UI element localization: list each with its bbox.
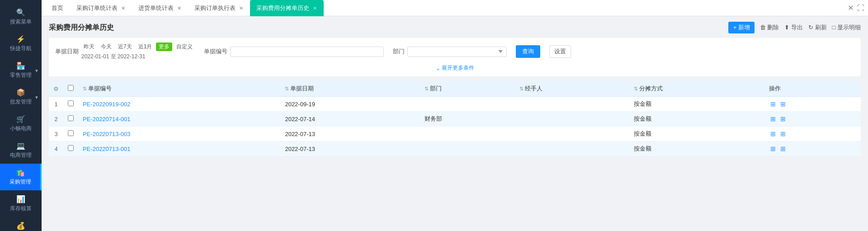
refresh-button[interactable]: ↻ 刷新: [808, 24, 827, 32]
expand-label: 展开更多条件: [442, 64, 474, 72]
sidebar-label: 采购管理: [9, 179, 31, 185]
doc-no-link[interactable]: PE-20220713-003: [83, 131, 131, 137]
date-field: 单据日期 昨天 今天 近7天 近1月 更多 自定义 2022-01-01 至 2…: [55, 42, 195, 61]
sidebar-item-电商管理[interactable]: 💻电商管理: [0, 137, 42, 164]
sidebar-item-库存核算[interactable]: 📊库存核算: [0, 190, 42, 217]
row-checkbox-cell: [63, 127, 78, 141]
setting-button[interactable]: 设置: [549, 45, 571, 58]
delete-button[interactable]: 🗑 删除: [760, 24, 779, 32]
sidebar-label: 库存核算: [10, 205, 32, 212]
search-button[interactable]: 查询: [516, 45, 540, 58]
row-op: ⊞ ⊞: [764, 97, 861, 112]
view-icon[interactable]: ⊞: [770, 130, 776, 137]
date-yesterday[interactable]: 昨天: [81, 42, 97, 51]
th-split-method[interactable]: 分摊方式: [629, 81, 764, 97]
sidebar-item-采购管理[interactable]: 🛍️采购管理: [0, 164, 42, 190]
row-doc-date: 2022-07-13: [280, 127, 420, 141]
tab-采购订单统计表[interactable]: 采购订单统计表✕: [70, 0, 132, 16]
dept-label: 部门: [393, 47, 405, 56]
th-doc-no[interactable]: 单据编号: [78, 81, 280, 97]
sidebar-label: 零售管理: [10, 72, 32, 78]
date-more[interactable]: 更多: [156, 42, 172, 51]
date-custom[interactable]: 自定义: [174, 42, 195, 51]
sidebar-item-小畅电商[interactable]: 🛒小畅电商: [0, 110, 42, 137]
view-icon[interactable]: ⊞: [770, 145, 776, 152]
tab-close-icon[interactable]: ✕: [121, 0, 125, 16]
sidebar-icon: 💰: [0, 222, 42, 230]
doc-no-link[interactable]: PE-20220919-002: [83, 101, 131, 108]
row-dept: [420, 127, 515, 141]
row-split-method: 按金额: [629, 141, 764, 156]
row-checkbox-cell: [63, 97, 78, 112]
tab-label: 采购订单执行表: [194, 0, 236, 16]
edit-icon[interactable]: ⊞: [780, 115, 786, 123]
select-all-checkbox[interactable]: [68, 85, 74, 91]
view-icon[interactable]: ⊞: [770, 100, 776, 108]
tab-close-icon[interactable]: ✕: [313, 0, 317, 16]
sidebar-item-资金管理[interactable]: 💰资金管理: [0, 217, 42, 231]
row-dept: [420, 97, 515, 112]
sidebar-item-零售管理[interactable]: 🏪零售管理▼: [0, 57, 42, 84]
date-1month[interactable]: 近1月: [136, 42, 155, 51]
sidebar-icon: 📊: [0, 195, 42, 203]
edit-icon[interactable]: ⊞: [780, 130, 786, 137]
edit-icon[interactable]: ⊞: [780, 100, 786, 108]
date-today[interactable]: 今天: [99, 42, 114, 51]
date-quick-options: 昨天 今天 近7天 近1月 更多 自定义 2022-01-01 至 2022-1…: [81, 42, 195, 61]
main-content: 首页采购订单统计表✕进货单统计表✕采购订单执行表✕采购费用分摊单历史✕ ✕ ⛶ …: [42, 0, 868, 231]
sidebar-item-搜索菜单[interactable]: 🔍搜索菜单: [0, 4, 42, 30]
row-handler: [515, 112, 629, 127]
sidebar-item-批发管理[interactable]: 📦批发管理▼: [0, 84, 42, 110]
toolbar: + 新增 🗑 删除 ⬆ 导出 ↻ 刷新 □ 显示明细: [728, 22, 861, 33]
th-op: 操作: [764, 81, 861, 97]
sidebar-label: 小畅电商: [10, 125, 32, 132]
table-row: 2 PE-20220714-001 2022-07-14 财务部 按金额 ⊞ ⊞: [49, 112, 861, 127]
add-button[interactable]: + 新增: [728, 22, 754, 33]
row-checkbox[interactable]: [68, 130, 74, 136]
edit-icon[interactable]: ⊞: [780, 145, 786, 152]
data-table: ⚙ 单据编号 单据日期 部门 经手人 分摊方式 操作 1 PE-20220919…: [49, 81, 861, 156]
dept-select[interactable]: 财务部: [407, 47, 507, 57]
sidebar-item-快捷导航[interactable]: ⚡快捷导航: [0, 30, 42, 57]
doc-no-link[interactable]: PE-20220713-001: [83, 146, 131, 152]
row-checkbox[interactable]: [68, 115, 74, 121]
view-icon[interactable]: ⊞: [770, 115, 776, 123]
row-doc-date: 2022-09-19: [280, 97, 420, 112]
row-doc-no: PE-20220919-002: [78, 97, 280, 112]
tab-close-icon[interactable]: ✕: [177, 0, 181, 16]
row-op: ⊞ ⊞: [764, 141, 861, 156]
doc-no-link[interactable]: PE-20220714-001: [83, 116, 131, 123]
sidebar-label: 搜索菜单: [10, 19, 32, 25]
tab-bar: 首页采购订单统计表✕进货单统计表✕采购订单执行表✕采购费用分摊单历史✕ ✕ ⛶: [42, 0, 868, 16]
sidebar-label: 快捷导航: [10, 45, 32, 52]
close-icon[interactable]: ✕: [848, 4, 854, 12]
row-doc-no: PE-20220713-001: [78, 141, 280, 156]
date-quick-row: 昨天 今天 近7天 近1月 更多 自定义: [81, 42, 195, 51]
row-split-method: 按金额: [629, 112, 764, 127]
th-dept[interactable]: 部门: [420, 81, 515, 97]
tab-采购费用分摊单历史[interactable]: 采购费用分摊单历史✕: [250, 0, 324, 16]
tab-首页[interactable]: 首页: [45, 0, 70, 16]
row-doc-no: PE-20220714-001: [78, 112, 280, 127]
tab-进货单统计表[interactable]: 进货单统计表✕: [132, 0, 188, 16]
tab-close-icon[interactable]: ✕: [239, 0, 243, 16]
row-split-method: 按金额: [629, 127, 764, 141]
date-7days[interactable]: 近7天: [116, 42, 134, 51]
row-num: 1: [49, 97, 63, 112]
expand-button[interactable]: ⌄ 展开更多条件: [436, 64, 474, 72]
tab-采购订单执行表[interactable]: 采购订单执行表✕: [188, 0, 250, 16]
doc-no-input[interactable]: [230, 47, 384, 57]
row-doc-date: 2022-07-14: [280, 112, 420, 127]
th-doc-date[interactable]: 单据日期: [280, 81, 420, 97]
th-gear[interactable]: ⚙: [49, 81, 63, 97]
display-detail-button[interactable]: □ 显示明细: [832, 24, 861, 32]
header-row: ⚙ 单据编号 单据日期 部门 经手人 分摊方式 操作: [49, 81, 861, 97]
row-checkbox[interactable]: [68, 145, 74, 151]
th-checkbox: [63, 81, 78, 97]
export-button[interactable]: ⬆ 导出: [784, 24, 803, 32]
maximize-icon[interactable]: ⛶: [857, 4, 864, 12]
row-checkbox[interactable]: [68, 100, 74, 106]
sidebar-label: 批发管理: [10, 99, 32, 105]
row-num: 2: [49, 112, 63, 127]
th-handler[interactable]: 经手人: [515, 81, 629, 97]
